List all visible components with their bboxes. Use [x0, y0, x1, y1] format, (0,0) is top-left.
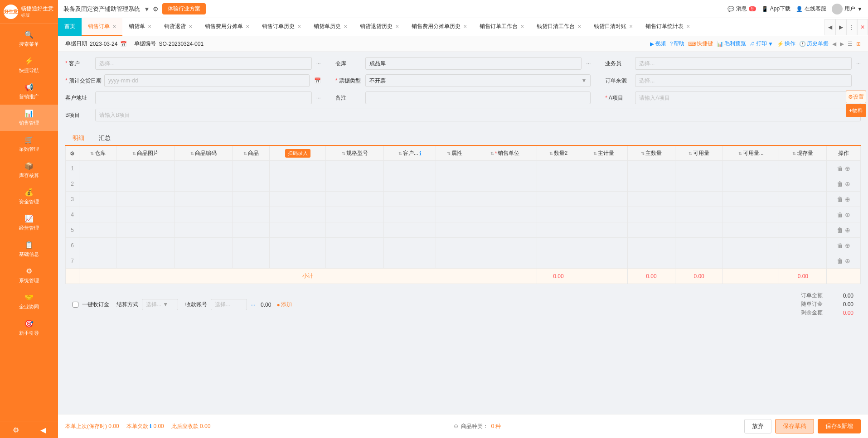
row-3-main-unit[interactable] — [580, 192, 627, 207]
row-1-main-unit[interactable] — [580, 161, 627, 176]
row-4-available[interactable] — [675, 207, 723, 222]
view-link[interactable]: ▶ 视频 — [650, 40, 666, 48]
tab-close-daily-clear[interactable]: ✕ — [577, 24, 581, 29]
row-7-qty2[interactable] — [537, 253, 580, 269]
user-menu[interactable]: 用户 ▼ — [832, 4, 863, 14]
th-barcode[interactable]: 扫码录入 — [270, 146, 326, 161]
th-customer-code[interactable]: ⇅ 客户... ℹ — [384, 146, 436, 161]
address-input[interactable] — [95, 91, 312, 104]
row-5-available2[interactable] — [723, 222, 779, 238]
tab-close-workbench[interactable]: ✕ — [520, 24, 524, 29]
th-settings[interactable]: ⚙ — [66, 146, 79, 161]
tab-sales-order-history[interactable]: 销售订单历史 ✕ — [256, 18, 307, 36]
tabs-scroll-left[interactable]: ◀ — [824, 19, 835, 35]
row-6-product[interactable] — [233, 238, 270, 253]
sidebar-item-finance[interactable]: 💰 资金管理 — [0, 183, 58, 210]
tab-close-reconcile[interactable]: ✕ — [629, 24, 633, 29]
row-4-main-unit[interactable] — [580, 207, 627, 222]
summary-tab[interactable]: 汇总 — [92, 131, 118, 145]
row-6-image[interactable] — [116, 238, 175, 253]
row-3-product[interactable] — [233, 192, 270, 207]
row-1-attribute[interactable] — [436, 161, 473, 176]
sidebar-item-enterprise[interactable]: 🤝 企业协同 — [0, 289, 58, 315]
delivery-input[interactable]: yyyy-mm-dd — [104, 74, 310, 87]
layout-list-btn[interactable]: ☰ — [848, 41, 853, 47]
add-payment-btn[interactable]: ● 添加 — [276, 301, 291, 308]
row-4-product[interactable] — [233, 207, 270, 222]
salesperson-input[interactable]: 选择... — [635, 57, 852, 70]
right-add-material-btn[interactable]: + 物料 — [846, 104, 866, 117]
row-3-stock[interactable] — [779, 192, 827, 207]
row-5-qty2[interactable] — [537, 222, 580, 238]
row-2-unit[interactable] — [473, 176, 537, 192]
row-1-available[interactable] — [675, 161, 723, 176]
tab-close-sales-invoice[interactable]: ✕ — [148, 24, 151, 29]
row-6-main-qty[interactable] — [627, 238, 675, 253]
tabs-more[interactable]: ⋮ — [846, 19, 857, 35]
sidebar-item-sales[interactable]: 📊 销售管理 — [0, 105, 58, 131]
row-6-spec[interactable] — [326, 238, 384, 253]
row-2-available[interactable] — [675, 176, 723, 192]
sidebar-item-quick-nav[interactable]: ⚡ 快捷导航 — [0, 52, 58, 78]
row-3-warehouse[interactable] — [79, 192, 116, 207]
row-7-unit[interactable] — [473, 253, 537, 269]
right-settings-btn[interactable]: ⚙ 设置 — [846, 91, 866, 103]
row-7-barcode[interactable] — [270, 253, 326, 269]
solution-btn[interactable]: 体验行业方案 — [162, 3, 206, 14]
salesperson-dots[interactable]: ··· — [856, 60, 861, 67]
row-2-barcode[interactable] — [270, 176, 326, 192]
delivery-calendar-icon[interactable]: 📅 — [314, 77, 321, 84]
row-2-main-qty[interactable] — [627, 176, 675, 192]
row-7-image[interactable] — [116, 253, 175, 269]
row-3-attribute[interactable] — [436, 192, 473, 207]
one-click-checkbox[interactable] — [73, 302, 78, 308]
customer-dots[interactable]: ··· — [316, 60, 321, 67]
row-1-available2[interactable] — [723, 161, 779, 176]
row-4-qty2[interactable] — [537, 207, 580, 222]
row-5-spec[interactable] — [326, 222, 384, 238]
help-link[interactable]: ? 帮助 — [669, 40, 684, 48]
th-spec[interactable]: ⇅ 规格型号 — [326, 146, 384, 161]
address-dots[interactable]: ··· — [316, 95, 321, 101]
tab-close-sales-order[interactable]: ✕ — [112, 24, 116, 29]
row-6-stock[interactable] — [779, 238, 827, 253]
row-5-image[interactable] — [116, 222, 175, 238]
sidebar-item-purchase[interactable]: 🛒 采购管理 — [0, 131, 58, 157]
row-2-product[interactable] — [233, 176, 270, 192]
row-5-stock[interactable] — [779, 222, 827, 238]
sidebar-collapse-btn[interactable]: ◀ — [40, 426, 46, 434]
th-main-unit[interactable]: ⇅ 主计量 — [580, 146, 627, 161]
row-7-available2[interactable] — [723, 253, 779, 269]
copy-row-4-btn[interactable]: ⊕ — [845, 211, 850, 218]
tab-stats[interactable]: 销售订单统计表 ✕ — [639, 18, 696, 36]
dropdown-icon[interactable]: ▼ — [144, 5, 150, 13]
barcode-entry-btn[interactable]: 扫码录入 — [285, 149, 310, 158]
copy-row-1-btn[interactable]: ⊕ — [845, 165, 850, 172]
row-7-main-qty[interactable] — [627, 253, 675, 269]
row-5-attribute[interactable] — [436, 222, 473, 238]
row-2-warehouse[interactable] — [79, 176, 116, 192]
tab-expense-history[interactable]: 销售费用分摊单历史 ✕ — [405, 18, 473, 36]
sidebar-item-marketing[interactable]: 📢 营销推广 — [0, 78, 58, 105]
row-5-barcode[interactable] — [270, 222, 326, 238]
row-7-attribute[interactable] — [436, 253, 473, 269]
copy-row-6-btn[interactable]: ⊕ — [845, 242, 850, 249]
tabs-close-all[interactable]: ✕ — [857, 19, 868, 35]
delete-row-2-btn[interactable]: 🗑 — [837, 180, 843, 188]
row-5-customer-code[interactable] — [384, 222, 436, 238]
tabs-scroll-right[interactable]: ▶ — [835, 19, 846, 35]
operate-link[interactable]: ⚡ 操作 — [777, 40, 795, 48]
calendar-icon[interactable]: 📅 — [120, 41, 127, 47]
row-2-stock[interactable] — [779, 176, 827, 192]
tab-sales-invoice[interactable]: 销货单 ✕ — [122, 18, 158, 36]
tab-close-return-history[interactable]: ✕ — [395, 24, 399, 29]
account-dots[interactable]: ··· — [251, 302, 255, 308]
row-5-code[interactable] — [175, 222, 233, 238]
warehouse-input[interactable]: 成品库 — [365, 57, 582, 70]
copy-row-7-btn[interactable]: ⊕ — [845, 257, 850, 265]
row-7-available[interactable] — [675, 253, 723, 269]
tab-home[interactable]: 首页 — [58, 18, 82, 36]
row-1-warehouse[interactable] — [79, 161, 116, 176]
th-unit[interactable]: ⇅ *销售单位 — [473, 146, 537, 161]
tab-close-sales-expense[interactable]: ✕ — [246, 24, 249, 29]
